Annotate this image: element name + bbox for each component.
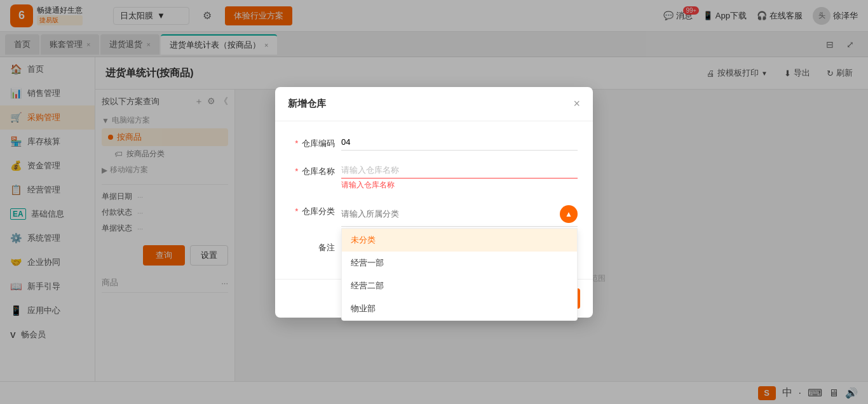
category-dropdown-list: 未分类 经营一部 经营二部 物业部 [341, 228, 578, 321]
form-row-code: * 仓库编码 [290, 134, 578, 151]
form-row-category: * 仓库分类 ▲ 未分类 经营一部 经营二部 物业部 [290, 202, 578, 227]
option-dept3[interactable]: 物业部 [342, 297, 577, 320]
option-unclassified[interactable]: 未分类 [342, 229, 577, 252]
name-label: * 仓库名称 [290, 162, 335, 177]
form-row-name: * 仓库名称 请输入仓库名称 [290, 162, 578, 191]
category-toggle-button[interactable]: ▲ [560, 205, 578, 223]
category-label: * 仓库分类 [290, 202, 335, 217]
category-input[interactable] [341, 209, 560, 219]
code-field-wrapper [341, 134, 578, 151]
modal-close-button[interactable]: × [573, 97, 580, 111]
modal-body: * 仓库编码 * 仓库名称 请输入仓库名称 [275, 121, 593, 279]
category-dropdown[interactable]: ▲ [341, 202, 578, 227]
modal-title: 新增仓库 [288, 98, 326, 110]
modal-header: 新增仓库 × [275, 87, 593, 121]
option-dept1[interactable]: 经营一部 [342, 252, 577, 274]
category-field-wrapper: ▲ 未分类 经营一部 经营二部 物业部 [341, 202, 578, 227]
name-input[interactable] [341, 162, 578, 178]
code-input[interactable] [341, 134, 578, 151]
note-label: 备注 [290, 238, 335, 253]
code-label: * 仓库编码 [290, 134, 335, 149]
add-warehouse-modal: 新增仓库 × * 仓库编码 * 仓库名称 [275, 87, 593, 318]
option-dept2[interactable]: 经营二部 [342, 274, 577, 297]
name-field-wrapper: 请输入仓库名称 [341, 162, 578, 191]
name-error-msg: 请输入仓库名称 [341, 180, 578, 191]
modal-overlay: 新增仓库 × * 仓库编码 * 仓库名称 [0, 0, 868, 404]
